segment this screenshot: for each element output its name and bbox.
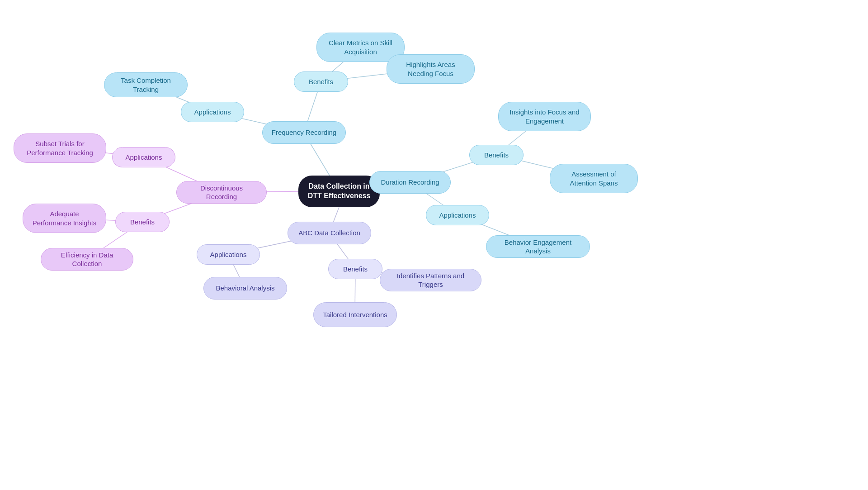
dur-benefits-node: Benefits <box>469 145 524 165</box>
insights-focus-node: Insights into Focus and Engagement <box>498 102 591 131</box>
duration-recording-node: Duration Recording <box>369 171 451 194</box>
frequency-recording-label: Frequency Recording <box>272 128 336 137</box>
efficiency-node: Efficiency in Data Collection <box>41 248 133 271</box>
freq-benefits-node: Benefits <box>294 71 348 92</box>
abc-applications-node: Applications <box>197 244 260 265</box>
abc-applications-label: Applications <box>210 250 247 259</box>
efficiency-label: Efficiency in Data Collection <box>49 251 125 268</box>
assessment-attention-label: Assessment of Attention Spans <box>558 170 629 187</box>
discontinuous-recording-node: Discontinuous Recording <box>176 181 267 204</box>
abc-data-node: ABC Data Collection <box>288 222 371 244</box>
tailored-interventions-label: Tailored Interventions <box>323 310 387 319</box>
disc-benefits-node: Benefits <box>115 212 170 232</box>
subset-trials-node: Subset Trials for Performance Tracking <box>14 133 106 163</box>
assessment-attention-node: Assessment of Attention Spans <box>550 164 638 193</box>
disc-applications-label: Applications <box>126 153 162 162</box>
discontinuous-recording-label: Discontinuous Recording <box>185 184 258 201</box>
tailored-interventions-node: Tailored Interventions <box>313 302 397 327</box>
insights-focus-label: Insights into Focus and Engagement <box>507 108 582 125</box>
identifies-patterns-node: Identifies Patterns and Triggers <box>380 269 481 291</box>
dur-applications-node: Applications <box>426 205 489 225</box>
highlights-areas-label: Highlights Areas Needing Focus <box>395 60 466 78</box>
behavioral-analysis-label: Behavioral Analysis <box>216 284 274 293</box>
clear-metrics-label: Clear Metrics on Skill Acquisition <box>325 38 396 56</box>
freq-applications-node: Applications <box>181 102 244 122</box>
abc-benefits-label: Benefits <box>343 265 368 274</box>
abc-benefits-node: Benefits <box>328 259 382 279</box>
freq-applications-label: Applications <box>194 108 231 117</box>
subset-trials-label: Subset Trials for Performance Tracking <box>22 139 98 157</box>
behavior-engagement-label: Behavior Engagement Analysis <box>495 238 581 256</box>
disc-benefits-label: Benefits <box>130 218 155 227</box>
dur-applications-label: Applications <box>439 211 476 220</box>
adequate-performance-node: Adequate Performance Insights <box>23 204 106 233</box>
identifies-patterns-label: Identifies Patterns and Triggers <box>388 271 473 289</box>
highlights-areas-node: Highlights Areas Needing Focus <box>387 54 475 84</box>
task-completion-node: Task Completion Tracking <box>104 72 188 97</box>
adequate-performance-label: Adequate Performance Insights <box>31 209 98 227</box>
behavior-engagement-node: Behavior Engagement Analysis <box>486 235 590 258</box>
duration-recording-label: Duration Recording <box>381 178 439 187</box>
frequency-recording-node: Frequency Recording <box>262 121 346 144</box>
freq-benefits-label: Benefits <box>309 77 333 86</box>
center-label: Data Collection in DTT Effectiveness <box>307 182 372 201</box>
abc-data-label: ABC Data Collection <box>298 228 360 238</box>
center-node: Data Collection in DTT Effectiveness <box>298 176 380 207</box>
dur-benefits-label: Benefits <box>484 151 509 160</box>
task-completion-label: Task Completion Tracking <box>113 76 179 94</box>
disc-applications-node: Applications <box>112 147 175 167</box>
behavioral-analysis-node: Behavioral Analysis <box>203 277 287 300</box>
